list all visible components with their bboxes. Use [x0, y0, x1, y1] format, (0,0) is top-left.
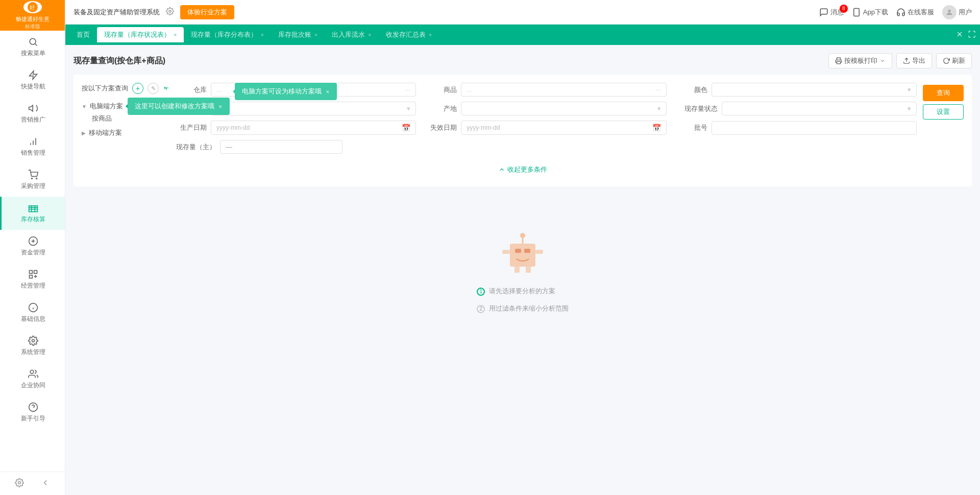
user-label: 用户: [959, 8, 972, 17]
logo-text: 畅捷通好生意: [16, 15, 50, 23]
print-icon: [835, 57, 842, 64]
sidebar-item-quick-nav[interactable]: 快捷导航: [0, 64, 65, 97]
sidebar-item-label: 采购管理: [21, 182, 45, 191]
empty-tip2: 2 用过滤条件来缩小分析范围: [477, 302, 568, 315]
sidebar-item-label: 企业协同: [21, 381, 45, 390]
tab-close-icon[interactable]: ×: [368, 32, 371, 38]
sidebar-item-sales[interactable]: 销售管理: [0, 130, 65, 163]
sidebar-item-operations[interactable]: 经营管理: [0, 263, 65, 296]
sidebar-item-enterprise[interactable]: 企业协同: [0, 363, 65, 396]
color-label: 颜色: [677, 85, 707, 95]
svg-point-37: [520, 233, 525, 238]
avatar: [942, 5, 957, 19]
empty-tips: 1 请先选择要分析的方案 2 用过滤条件来缩小分析范围: [477, 285, 568, 315]
tab-close-icon[interactable]: ×: [429, 32, 432, 38]
sidebar-item-system[interactable]: 系统管理: [0, 329, 65, 363]
collapse-sidebar-icon[interactable]: [41, 478, 50, 489]
main-content: 装备及固定资产辅助管理系统 体验行业方案 8 消息 App下载 在线客服: [65, 0, 980, 495]
tab-home[interactable]: 首页: [69, 27, 97, 42]
svg-rect-15: [34, 271, 37, 274]
filter-header-label: 按以下方案查询: [82, 84, 128, 93]
scheme-mobile-title[interactable]: ▶ 移动端方案: [82, 127, 170, 139]
produce-date-input[interactable]: yyyy-mm-dd 📅: [211, 121, 416, 135]
search-button[interactable]: 查询: [923, 85, 964, 101]
expire-date-input[interactable]: yyyy-mm-dd 📅: [461, 121, 666, 135]
empty-illustration: [497, 223, 548, 274]
tab-batch-account[interactable]: 库存批次账 ×: [271, 27, 325, 42]
tab-receive-summary[interactable]: 收发存汇总表 ×: [379, 27, 439, 42]
refresh-label: 刷新: [952, 56, 965, 65]
tab-close-icon[interactable]: ×: [260, 32, 263, 38]
svg-point-24: [18, 482, 21, 484]
svg-rect-40: [514, 267, 520, 273]
tooltip2-close[interactable]: ×: [218, 103, 223, 110]
filter-color: 颜色 ▾: [677, 83, 917, 97]
collapse-bar[interactable]: 收起更多条件: [82, 161, 964, 178]
tab-close-icon[interactable]: ×: [174, 32, 177, 38]
tab-fullscreen-icon[interactable]: [968, 30, 976, 40]
lightning-icon: [28, 70, 38, 80]
goods-input[interactable]: ... ···: [461, 83, 666, 97]
svg-rect-38: [502, 250, 510, 254]
sidebar-item-label: 系统管理: [21, 348, 45, 357]
app-download-wrap[interactable]: App下载: [852, 8, 888, 17]
sidebar-item-finance[interactable]: 资金管理: [0, 230, 65, 263]
edit-scheme-btn[interactable]: ✎: [148, 83, 159, 94]
user-wrap[interactable]: 用户: [942, 5, 972, 19]
print-button[interactable]: 按模板打印: [828, 53, 892, 68]
tooltip1-text: 电脑方案可设为移动方案哦: [242, 87, 322, 96]
filter-goods: 商品 ... ···: [426, 83, 666, 97]
tab-inventory-status[interactable]: 现存量（库存状况表） ×: [97, 27, 184, 42]
origin-input[interactable]: ▾: [461, 102, 666, 115]
arrow-back-icon[interactable]: [163, 84, 170, 93]
message-icon-wrap[interactable]: 8 消息: [819, 8, 844, 17]
svg-text:好: 好: [30, 5, 35, 10]
tab-inventory-dist[interactable]: 现存量（库存分布表） ×: [184, 27, 271, 42]
scheme-mobile-label: 移动端方案: [89, 128, 122, 137]
stock-main-input[interactable]: —: [220, 140, 342, 154]
color-input[interactable]: ▾: [712, 83, 917, 97]
tab-label: 现存量（库存分布表）: [191, 30, 257, 39]
empty-state: 1 请先选择要分析的方案 2 用过滤条件来缩小分析范围: [74, 193, 972, 346]
sidebar-item-inventory[interactable]: 库存核算: [0, 197, 65, 230]
tab-inout-flow[interactable]: 出入库流水 ×: [325, 27, 378, 42]
page-actions: 按模板打印 导出 刷新: [828, 53, 972, 68]
sidebar-item-marketing[interactable]: 营销推广: [0, 97, 65, 130]
sidebar-item-search-menu[interactable]: 搜索菜单: [0, 31, 65, 64]
sidebar-item-purchase[interactable]: 采购管理: [0, 163, 65, 197]
filter-produce-date: 生产日期 yyyy-mm-dd 📅: [176, 121, 416, 135]
refresh-button[interactable]: 刷新: [936, 53, 972, 68]
tab-close-all-icon[interactable]: [955, 30, 964, 40]
search-icon: [28, 37, 38, 47]
message-icon: [819, 8, 828, 17]
svg-point-2: [30, 38, 36, 44]
add-scheme-btn[interactable]: + 这里可以创建和修改方案哦 ×: [132, 83, 143, 94]
logo: 好 畅捷通好生意 标准版: [0, 0, 65, 31]
online-support-wrap[interactable]: 在线客服: [896, 8, 934, 17]
svg-line-3: [35, 44, 37, 46]
settings-bottom-icon[interactable]: [15, 478, 24, 489]
batch-input[interactable]: [712, 121, 917, 135]
calendar-icon1[interactable]: 📅: [402, 124, 410, 132]
reset-button[interactable]: 设置: [923, 104, 964, 120]
print-label: 按模板打印: [844, 56, 877, 65]
tooltip1-close[interactable]: ×: [326, 88, 330, 96]
filter-origin: 产地 ▾: [426, 102, 666, 115]
tooltip-set-mobile: 电脑方案可设为移动方案哦 ×: [235, 83, 337, 100]
cart-icon: [28, 170, 38, 180]
export-button[interactable]: 导出: [896, 53, 932, 68]
tab-bar-right: [955, 30, 976, 40]
size-input[interactable]: ▾: [211, 102, 416, 115]
filter-row2: 尺码 ▾ 产地 ▾: [176, 102, 917, 115]
sidebar-item-guide[interactable]: 新手引导: [0, 396, 65, 429]
trial-button[interactable]: 体验行业方案: [180, 5, 234, 19]
calendar-icon2[interactable]: 📅: [652, 124, 661, 132]
tab-close-icon[interactable]: ×: [314, 32, 317, 38]
tooltip2-text: 这里可以创建和修改方案哦: [135, 102, 214, 111]
settings-icon[interactable]: [166, 7, 174, 17]
stock-status-input[interactable]: ▾: [722, 102, 917, 115]
sidebar-item-basic-info[interactable]: 基础信息: [0, 296, 65, 329]
sidebar-item-label: 营销推广: [21, 115, 45, 124]
svg-rect-33: [510, 244, 535, 267]
warehouse-icon: [28, 203, 38, 213]
